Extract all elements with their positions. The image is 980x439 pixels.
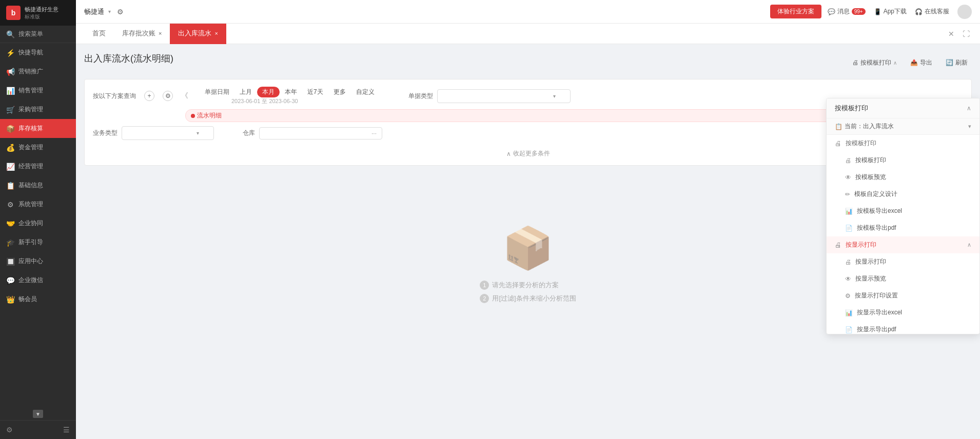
date-tab-7days[interactable]: 近7天	[302, 87, 328, 97]
refresh-btn[interactable]: 🔄 刷新	[942, 56, 972, 69]
dropdown-header: 按模板打印 ∧	[827, 98, 979, 118]
sidebar-item-search[interactable]: 🔍 搜索菜单	[0, 26, 76, 43]
filter-settings-btn[interactable]: ⚙	[163, 91, 173, 101]
dropdown-item-display-excel[interactable]: 📊 按显示导出excel	[827, 304, 979, 321]
sidebar-item-system[interactable]: ⚙ 系统管理	[0, 195, 76, 214]
display-settings-icon: ⚙	[845, 292, 851, 300]
filter-query-label: 按以下方案查询	[93, 92, 136, 101]
collab-icon: 🤝	[6, 220, 14, 228]
sidebar-item-sales[interactable]: 📊 销售管理	[0, 81, 76, 100]
printer-icon: 🖨	[852, 59, 858, 66]
empty-hints: 1 请先选择要分析的方案 2 用[过滤]条件来缩小分析范围	[480, 281, 576, 303]
filter-add-btn[interactable]: +	[144, 91, 154, 101]
biz-type-select[interactable]: ▾	[122, 126, 214, 140]
sidebar-nav: ⚡ 快捷导航 📢 营销推广 📊 销售管理 🛒 采购管理 📦 库存核算 💰 资金管…	[0, 43, 76, 408]
dropdown-panel: 按模板打印 ∧ 📋 当前：出入库流水 ▾ 🖨 按模板打印 🖨 按模板打印	[826, 98, 980, 334]
search-icon: 🔍	[6, 30, 14, 38]
tab-batch[interactable]: 库存批次账 ×	[114, 24, 170, 44]
dropdown-item-display-settings[interactable]: ⚙ 按显示打印设置	[827, 287, 979, 304]
page-content: 出入库流水(流水明细) 🖨 按模板打印 ∧ 📤 导出 🔄 刷新	[76, 44, 980, 439]
dropdown-item-display-preview[interactable]: 👁 按显示预览	[827, 270, 979, 287]
type-select[interactable]: ▾	[437, 89, 571, 103]
current-arrow[interactable]: ▾	[968, 123, 971, 130]
sidebar-item-wechat[interactable]: 💬 企业微信	[0, 271, 76, 290]
display-pdf-icon: 📄	[845, 326, 853, 333]
dropdown-item-template-print[interactable]: 🖨 按模板打印	[827, 152, 979, 169]
sidebar-item-finance[interactable]: 💰 资金管理	[0, 138, 76, 157]
dropdown-current-row: 📋 当前：出入库流水 ▾	[827, 118, 979, 135]
business-icon: 📈	[6, 163, 14, 171]
topbar-gear-icon[interactable]: ⚙	[117, 8, 124, 16]
dropdown-item-display-print[interactable]: 🖨 按显示打印	[827, 253, 979, 270]
member-icon: 👑	[6, 295, 14, 304]
design-icon: ✏	[845, 191, 850, 198]
footer-settings-icon[interactable]: ⚙	[6, 426, 13, 434]
tab-flow-close[interactable]: ×	[214, 30, 218, 36]
tab-batch-close[interactable]: ×	[159, 30, 162, 36]
tab-close-all-icon[interactable]: ✕	[946, 28, 956, 40]
hint-1: 1 请先选择要分析的方案	[480, 281, 576, 290]
message-btn[interactable]: 💬 消息 99+	[828, 7, 866, 16]
dropdown-item-template-custom[interactable]: ✏ 模板自定义设计	[827, 186, 979, 203]
date-tab-this-month[interactable]: 本月	[257, 87, 280, 97]
display-print-arrow: ∧	[967, 242, 971, 248]
dropdown-item-template-excel[interactable]: 📊 按模板导出excel	[827, 203, 979, 220]
dropdown-item-template-pdf[interactable]: 📄 按模板导出pdf	[827, 220, 979, 236]
system-icon: ⚙	[6, 201, 14, 209]
print-icon: 🖨	[845, 157, 851, 164]
app-download-btn[interactable]: 📱 App下载	[874, 7, 907, 16]
type-filter: 单据类型 ▾	[408, 89, 571, 103]
dropdown-item-template-preview[interactable]: 👁 按模板预览	[827, 169, 979, 186]
sidebar-item-member[interactable]: 👑 畅会员	[0, 290, 76, 309]
export-btn[interactable]: 📤 导出	[906, 56, 936, 69]
apps-icon: 🔲	[6, 257, 14, 266]
sidebar-item-apps[interactable]: 🔲 应用中心	[0, 252, 76, 271]
footer-menu-icon[interactable]: ☰	[63, 426, 70, 434]
template-print-btn[interactable]: 🖨 按模板打印 ∧	[848, 56, 901, 69]
inventory-icon: 📦	[6, 125, 14, 133]
sidebar: b 畅捷通好生意 标准版 🔍 搜索菜单 ⚡ 快捷导航 📢 营销推广 📊 销售管理…	[0, 0, 76, 439]
excel-icon: 📊	[845, 208, 853, 215]
page-title: 出入库流水(流水明细)	[84, 52, 173, 65]
topbar-right: 💬 消息 99+ 📱 App下载 🎧 在线客服	[828, 5, 972, 19]
dropdown-section-display-print[interactable]: 🖨 按显示打印 ∧	[827, 236, 979, 253]
sidebar-item-marketing[interactable]: 📢 营销推广	[0, 62, 76, 81]
sidebar-logo: b 畅捷通好生意 标准版	[0, 0, 76, 26]
warehouse-input[interactable]: ···	[259, 127, 382, 139]
sidebar-item-inventory[interactable]: 📦 库存核算	[0, 119, 76, 138]
sidebar-scroll-down[interactable]: ▼	[0, 408, 76, 420]
tab-home[interactable]: 首页	[84, 24, 114, 44]
sidebar-item-guide[interactable]: 🎓 新手引导	[0, 233, 76, 252]
sidebar-item-purchase[interactable]: 🛒 采购管理	[0, 100, 76, 119]
trial-btn[interactable]: 体验行业方案	[770, 5, 821, 18]
dropdown-item-display-pdf[interactable]: 📄 按显示导出pdf	[827, 321, 979, 334]
date-tab-more[interactable]: 更多	[328, 87, 351, 97]
topbar: 畅捷通 ▾ ⚙ 体验行业方案 💬 消息 99+ 📱 App下载 🎧 在线客服	[76, 0, 980, 24]
date-label: 单据日期	[205, 88, 229, 96]
tab-flow[interactable]: 出入库流水 ×	[170, 24, 226, 44]
tabbar: 首页 库存批次账 × 出入库流水 × ✕ ⛶	[76, 24, 980, 44]
topbar-chevron[interactable]: ▾	[108, 9, 111, 14]
purchase-icon: 🛒	[6, 106, 14, 114]
date-tab-custom[interactable]: 自定义	[351, 87, 380, 97]
biz-type-select-arrow: ▾	[197, 130, 199, 136]
dropdown-collapse-icon[interactable]: ∧	[967, 105, 971, 112]
customer-service-btn[interactable]: 🎧 在线客服	[915, 7, 949, 16]
phone-icon: 📱	[874, 8, 881, 15]
date-tab-this-year[interactable]: 本年	[280, 87, 302, 97]
sidebar-item-quick-nav[interactable]: ⚡ 快捷导航	[0, 43, 76, 62]
display-print-section-icon: 🖨	[835, 241, 841, 249]
preview-icon: 👁	[845, 174, 851, 181]
avatar[interactable]	[957, 5, 972, 19]
hint-2: 2 用[过滤]条件来缩小分析范围	[480, 294, 576, 303]
sidebar-item-collab[interactable]: 🤝 企业协同	[0, 214, 76, 233]
dropdown-section-template-print[interactable]: 🖨 按模板打印	[827, 135, 979, 152]
warehouse-filter: 仓库 ···	[243, 127, 382, 139]
filter-collapse-icon[interactable]: 《	[181, 91, 188, 101]
tab-expand-icon[interactable]: ⛶	[961, 28, 972, 40]
collapse-btn[interactable]: ∧ 收起更多条件	[506, 149, 550, 158]
date-tab-last-month[interactable]: 上月	[234, 87, 257, 97]
sales-icon: 📊	[6, 87, 14, 95]
sidebar-item-business[interactable]: 📈 经营管理	[0, 157, 76, 176]
sidebar-item-basic[interactable]: 📋 基础信息	[0, 176, 76, 195]
